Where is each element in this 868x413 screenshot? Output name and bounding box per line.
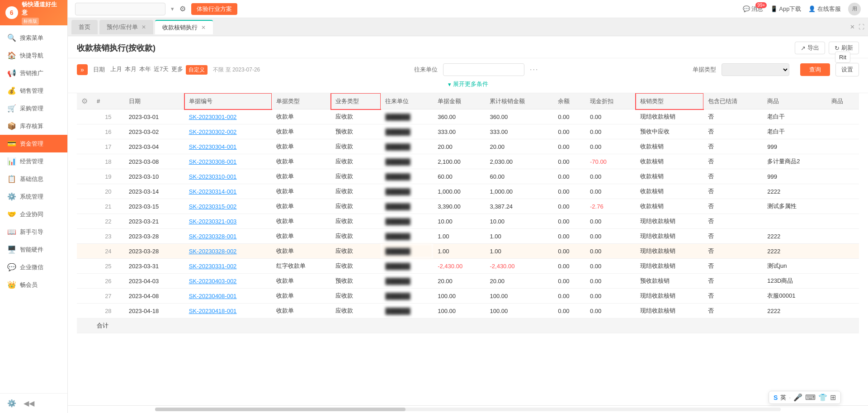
table-row: 162023-03-02SK-20230302-002收款单预收款██████3… [77, 124, 859, 139]
date-custom-btn[interactable]: 自定义 [186, 65, 208, 75]
sidebar-item-wechat[interactable]: 💬 企业微信 [0, 258, 67, 276]
export-btn[interactable]: ↗ 导出 [795, 42, 825, 54]
app-download-link[interactable]: 📱 App下载 [770, 5, 801, 13]
sidebar-item-hardware[interactable]: 🖥️ 智能硬件 [0, 241, 67, 258]
col-discount[interactable]: 现金折扣 [585, 93, 636, 109]
filter-settings-btn[interactable]: 设置 [835, 63, 859, 76]
tab-receipt[interactable]: 收款核销执行 ✕ [155, 20, 213, 34]
sidebar-item-quick[interactable]: 🏠 快捷导航 [0, 47, 67, 64]
ime-bar: S 英 · 🎤 ⌨ 👕 ⊞ [769, 391, 841, 404]
query-btn[interactable]: 查询 [800, 63, 830, 76]
voucher-link[interactable]: SK-20230310-001 [189, 173, 237, 180]
filter-date-links: 上月 本月 本年 近7天 更多 自定义 [110, 65, 208, 75]
sidebar-item-system[interactable]: ⚙️ 系统管理 [0, 188, 67, 205]
col-voucher-type[interactable]: 单据类型 [272, 93, 331, 109]
tab-prepay[interactable]: 预付/应付单 ✕ [99, 20, 153, 34]
shirt-icon[interactable]: 👕 [818, 393, 827, 402]
topbar-right: 💬 消息 99+ 📱 App下载 👤 在线客服 用 [743, 3, 861, 15]
refresh-icon: ↻ [835, 45, 840, 52]
date-this-month[interactable]: 本月 [125, 65, 137, 75]
voucher-link[interactable]: SK-20230328-002 [189, 248, 237, 255]
date-last-month[interactable]: 上月 [110, 65, 122, 75]
user-avatar[interactable]: 用 [848, 3, 861, 15]
data-table: ⚙ # 日期 单据编号 单据类型 业务类型 往来单位 单据金额 累计核销金额 余… [77, 93, 859, 333]
topbar-search-input[interactable] [75, 3, 165, 15]
marketing-icon: 📢 [7, 69, 16, 77]
tab-close-all-icon[interactable]: ✕ [850, 24, 855, 30]
settings-bottom-icon[interactable]: ⚙️ [7, 399, 16, 408]
col-goods[interactable]: 商品 [763, 93, 827, 109]
col-cancel-type[interactable]: 核销类型 [636, 93, 704, 109]
grid-icon[interactable]: ⊞ [830, 393, 836, 402]
col-partner[interactable]: 往来单位 [381, 93, 433, 109]
filter-expand-btn[interactable]: » [77, 64, 88, 75]
sidebar-item-finance[interactable]: 💳 资金管理 [0, 135, 67, 152]
table-total-row: 合计 [77, 318, 859, 333]
voucher-link[interactable]: SK-20230418-001 [189, 308, 237, 314]
sidebar-item-operation[interactable]: 📊 经营管理 [0, 152, 67, 170]
tab-maximize-icon[interactable]: ⛶ [859, 24, 864, 30]
sidebar-item-sales[interactable]: 💰 销售管理 [0, 82, 67, 100]
voucher-link[interactable]: SK-20230302-002 [189, 128, 237, 135]
search-icon: 🔍 [7, 33, 16, 42]
partner-input[interactable] [443, 63, 524, 76]
sidebar-item-basic[interactable]: 📋 基础信息 [0, 170, 67, 188]
voucher-link[interactable]: SK-20230408-001 [189, 293, 237, 299]
table-row: 232023-03-28SK-20230328-001收款单应收款██████1… [77, 229, 859, 244]
sidebar-item-guide[interactable]: 📖 新手引导 [0, 223, 67, 241]
partner-more-icon[interactable]: ··· [530, 66, 538, 74]
col-biz-type[interactable]: 业务类型 [331, 93, 381, 109]
ime-label: 英 [780, 394, 786, 402]
voucher-link[interactable]: SK-20230315-002 [189, 203, 237, 210]
expand-more-conditions[interactable]: ▾ 展开更多条件 [448, 80, 488, 88]
table-row: 152023-03-01SK-20230301-002收款单应收款██████3… [77, 109, 859, 124]
voucher-link[interactable]: SK-20230301-002 [189, 114, 237, 120]
tab-receipt-close[interactable]: ✕ [201, 24, 206, 31]
topbar-gear-icon[interactable]: ⚙ [179, 5, 186, 13]
column-settings-icon[interactable]: ⚙ [81, 97, 88, 105]
message-btn[interactable]: 💬 消息 99+ [743, 5, 764, 13]
keyboard-icon[interactable]: ⌨ [805, 393, 816, 402]
voucher-type-select[interactable] [722, 63, 789, 76]
sidebar-item-marketing[interactable]: 📢 营销推广 [0, 64, 67, 82]
voucher-link[interactable]: SK-20230304-001 [189, 143, 237, 150]
sidebar-item-enterprise[interactable]: 🤝 企业协同 [0, 205, 67, 223]
col-verified[interactable]: 累计核销金额 [485, 93, 553, 109]
sidebar-item-search[interactable]: 🔍 搜索菜单 [0, 29, 67, 47]
voucher-link[interactable]: SK-20230331-002 [189, 263, 237, 270]
col-balance[interactable]: 余额 [553, 93, 585, 109]
collapse-icon[interactable]: ◀◀ [24, 399, 34, 408]
voucher-link[interactable]: SK-20230321-003 [189, 218, 237, 225]
industry-btn[interactable]: 体验行业方案 [191, 3, 237, 15]
voucher-link[interactable]: SK-20230328-001 [189, 233, 237, 240]
voucher-link[interactable]: SK-20230314-001 [189, 188, 237, 195]
online-service-link[interactable]: 👤 在线客服 [808, 5, 841, 13]
sidebar-item-purchase[interactable]: 🛒 采购管理 [0, 100, 67, 117]
rit-badge: Rit [835, 52, 850, 63]
tab-prepay-close[interactable]: ✕ [142, 24, 146, 30]
logo-text: 畅快通道好生意 标推版 [22, 0, 62, 25]
ime-logo: S [774, 394, 778, 401]
col-include-settled[interactable]: 包含已结清 [703, 93, 763, 109]
mic-icon[interactable]: 🎤 [793, 393, 802, 402]
col-voucher-no[interactable]: 单据编号 [184, 93, 272, 109]
topbar-dropdown-icon[interactable]: ▾ [171, 5, 174, 12]
col-settings[interactable]: ⚙ [77, 93, 92, 109]
export-icon: ↗ [801, 45, 806, 52]
date-this-year[interactable]: 本年 [139, 65, 151, 75]
col-amount[interactable]: 单据金额 [433, 93, 485, 109]
col-date[interactable]: 日期 [124, 93, 184, 109]
sidebar-item-inventory[interactable]: 📦 库存核算 [0, 117, 67, 135]
home-icon: 🏠 [7, 51, 16, 60]
sales-icon: 💰 [7, 86, 16, 95]
filter-row-1: » 日期 上月 本月 本年 近7天 更多 自定义 不限 至 2023-07-26… [77, 63, 859, 76]
tab-home[interactable]: 首页 [71, 20, 98, 34]
col-goods2[interactable]: 商品 [827, 93, 859, 109]
table-header-row: ⚙ # 日期 单据编号 单据类型 业务类型 往来单位 单据金额 累计核销金额 余… [77, 93, 859, 109]
date-more[interactable]: 更多 [171, 65, 183, 75]
sidebar-item-member[interactable]: 👑 畅会员 [0, 276, 67, 294]
voucher-link[interactable]: SK-20230308-001 [189, 158, 237, 165]
voucher-link[interactable]: SK-20230403-002 [189, 278, 237, 285]
date-last7[interactable]: 近7天 [154, 65, 169, 75]
sidebar-bottom: ⚙️ ◀◀ [0, 393, 67, 413]
